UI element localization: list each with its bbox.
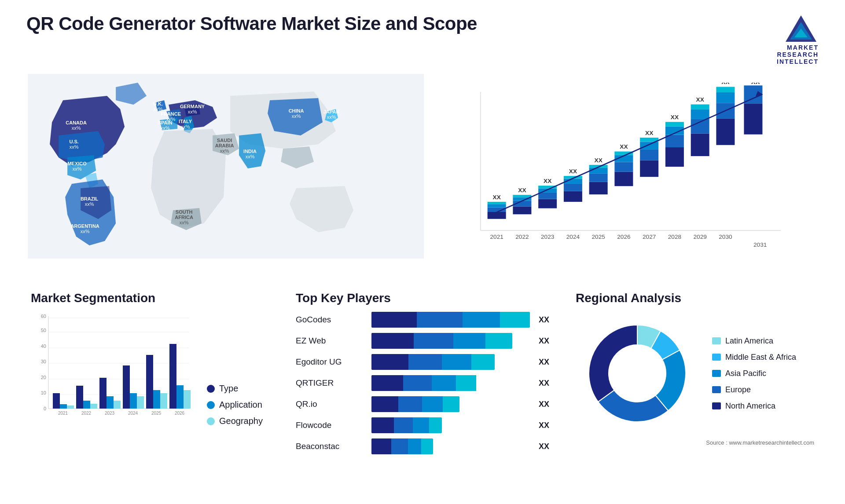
player-bar-segment xyxy=(394,417,413,433)
svg-rect-56 xyxy=(564,191,582,202)
player-value: XX xyxy=(539,336,549,346)
svg-text:CANADA: CANADA xyxy=(66,120,87,125)
svg-rect-119 xyxy=(53,393,60,409)
regional-legend-item: Asia Pacific xyxy=(712,369,796,378)
player-name: GoCodes xyxy=(296,315,366,325)
player-bar-segment xyxy=(453,333,486,349)
svg-rect-132 xyxy=(130,393,137,409)
player-bar-segment xyxy=(371,375,403,391)
player-bar-container xyxy=(371,417,530,433)
svg-text:xx%: xx% xyxy=(161,125,170,131)
svg-text:ARABIA: ARABIA xyxy=(215,143,234,148)
player-bar-container xyxy=(371,375,530,391)
svg-text:SOUTH: SOUTH xyxy=(176,209,193,215)
svg-text:2025: 2025 xyxy=(592,234,606,240)
svg-text:10: 10 xyxy=(41,390,46,395)
regional-legend-item: Latin America xyxy=(712,336,796,346)
svg-text:xx%: xx% xyxy=(327,114,336,120)
player-bar-segment xyxy=(371,438,391,454)
svg-text:XX: XX xyxy=(544,178,551,184)
svg-text:XX: XX xyxy=(518,187,526,194)
players-section: Top Key Players GoCodesXXEZ WebXXEgodito… xyxy=(291,287,554,459)
player-row: QR.ioXX xyxy=(296,396,549,412)
player-bar-segment xyxy=(417,312,462,328)
svg-text:ITALY: ITALY xyxy=(179,119,192,124)
player-bar-segment xyxy=(371,312,417,328)
svg-rect-133 xyxy=(137,396,144,409)
player-name: QRTIGER xyxy=(296,378,366,388)
svg-text:XX: XX xyxy=(645,130,653,136)
regional-legend-item: North America xyxy=(712,402,796,411)
seg-chart-svg: 0 10 20 30 40 50 60 xyxy=(31,312,198,426)
map-section: CANADA xx% U.S. xx% MEXICO xx% BRAZIL xx… xyxy=(26,74,425,274)
player-bar-segment xyxy=(442,354,471,370)
svg-text:XX: XX xyxy=(671,114,679,121)
svg-rect-68 xyxy=(615,172,633,186)
svg-rect-92 xyxy=(716,119,735,145)
svg-text:U.S.: U.S. xyxy=(69,139,78,144)
player-row: GoCodesXX xyxy=(296,312,549,328)
svg-text:XX: XX xyxy=(493,194,501,201)
svg-line-102 xyxy=(492,94,762,214)
legend-label-geography: Geography xyxy=(219,416,263,426)
svg-text:2026: 2026 xyxy=(617,234,630,240)
player-bar-segment xyxy=(471,354,495,370)
player-row: Egoditor UGXX xyxy=(296,354,549,370)
player-bar-segment xyxy=(413,417,429,433)
player-bar-container xyxy=(371,333,530,349)
regional-section: Regional Analysis Latin AmericaMiddle Ea… xyxy=(571,287,819,459)
svg-text:2028: 2028 xyxy=(668,234,681,240)
regional-legend-color xyxy=(712,337,721,344)
player-value: XX xyxy=(539,358,549,367)
player-name: QR.io xyxy=(296,399,366,409)
svg-rect-94 xyxy=(716,92,735,103)
svg-rect-136 xyxy=(153,390,160,409)
legend-item-geography: Geography xyxy=(207,416,263,426)
svg-text:40: 40 xyxy=(41,343,46,349)
svg-text:GERMANY: GERMANY xyxy=(180,104,205,109)
svg-text:xx%: xx% xyxy=(220,148,229,153)
legend-label-application: Application xyxy=(219,400,262,410)
svg-text:2026: 2026 xyxy=(175,411,185,416)
players-title: Top Key Players xyxy=(296,291,549,305)
regional-legend-color xyxy=(712,370,721,377)
svg-text:30: 30 xyxy=(41,359,46,364)
legend-dot-geography xyxy=(207,417,215,425)
regional-legend-item: Middle East & Africa xyxy=(712,353,796,362)
player-name: EZ Web xyxy=(296,336,366,346)
svg-text:2024: 2024 xyxy=(128,411,138,416)
legend-dot-type xyxy=(207,385,215,393)
bar-chart-section: XX 2021 XX 2022 XX 2023 xyxy=(443,74,819,274)
svg-text:50: 50 xyxy=(41,328,46,333)
svg-rect-98 xyxy=(744,103,763,134)
player-bar-segment xyxy=(500,312,530,328)
svg-rect-57 xyxy=(564,184,582,191)
svg-rect-95 xyxy=(716,87,735,92)
svg-rect-139 xyxy=(169,344,176,409)
player-name: Beaconstac xyxy=(296,442,366,451)
segmentation-section: Market Segmentation 0 10 20 30 40 50 60 xyxy=(26,287,274,459)
player-bar xyxy=(371,333,512,349)
svg-text:xx%: xx% xyxy=(180,220,189,225)
svg-rect-125 xyxy=(90,404,97,409)
svg-rect-137 xyxy=(160,393,167,409)
svg-rect-89 xyxy=(691,104,709,110)
svg-rect-76 xyxy=(640,142,658,149)
regional-legend-label: Asia Pacific xyxy=(725,369,766,378)
svg-rect-140 xyxy=(176,385,184,409)
player-value: XX xyxy=(539,421,549,430)
svg-rect-131 xyxy=(123,365,130,409)
player-value: XX xyxy=(539,315,549,325)
top-section: CANADA xx% U.S. xx% MEXICO xx% BRAZIL xx… xyxy=(26,74,819,274)
logo-box: MARKET RESEARCH INTELLECT xyxy=(777,13,819,65)
svg-rect-40 xyxy=(488,204,506,207)
logo-icon xyxy=(783,13,819,44)
svg-text:XX: XX xyxy=(620,143,628,150)
player-row: BeaconstacXX xyxy=(296,438,549,454)
svg-text:JAPAN: JAPAN xyxy=(323,109,340,114)
player-bar-segment xyxy=(421,438,433,454)
legend-item-application: Application xyxy=(207,400,263,410)
legend-label-type: Type xyxy=(219,383,238,394)
player-bar-segment xyxy=(371,396,398,412)
svg-text:xx%: xx% xyxy=(70,144,79,150)
